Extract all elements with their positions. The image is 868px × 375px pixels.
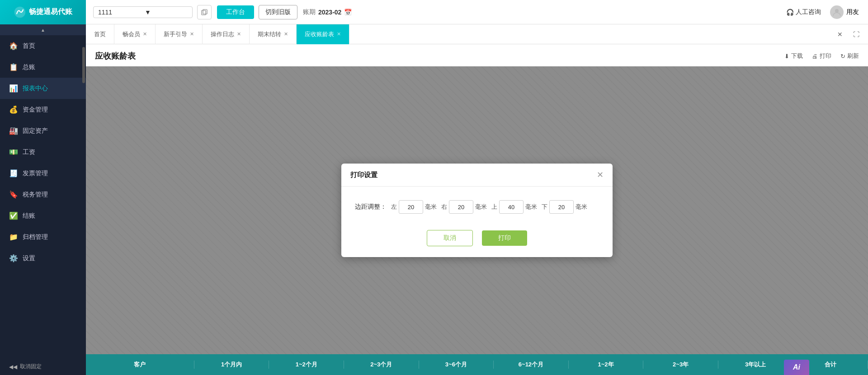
sidebar-item-archive[interactable]: 📁 归档管理 [0,226,86,248]
refresh-label: 刷新 [847,52,859,60]
tab-close-guide[interactable]: ✕ [190,31,194,37]
left-margin-unit: 毫米 [425,203,437,211]
switch-old-version-button[interactable]: 切到旧版 [259,5,297,19]
tab-maximize-button[interactable]: ⛶ [850,28,863,41]
tab-guide[interactable]: 新手引导 ✕ [156,24,203,44]
print-button[interactable]: 🖨 打印 [812,52,831,60]
refresh-icon: ↻ [840,53,845,60]
refresh-button[interactable]: ↻ 刷新 [840,52,859,60]
tab-close-member[interactable]: ✕ [143,31,147,37]
left-margin-input[interactable] [399,200,423,214]
tab-close-all-button[interactable]: ✕ [834,28,846,41]
bottom-margin-label: 下 [542,203,547,211]
left-margin-group: 左 毫米 [391,200,437,214]
user-area[interactable]: 用友 [830,5,859,19]
right-margin-unit: 毫米 [475,203,487,211]
modal-close-button[interactable]: ✕ [597,170,604,180]
sidebar-scroll-up[interactable]: ▲ [0,24,86,35]
ai-badge[interactable]: Ai [784,360,809,375]
sidebar-item-assets[interactable]: 🏭 固定资产 [0,120,86,141]
sidebar-collapse-button[interactable]: ◀◀ 取消固定 [0,358,86,375]
tab-close-period[interactable]: ✕ [284,31,288,37]
sidebar-label-capital: 资金管理 [23,106,48,114]
consult-button[interactable]: 🎧 人工咨询 [786,8,821,16]
close-accounts-icon: ✅ [9,211,18,220]
sidebar-item-close[interactable]: ✅ 结账 [0,205,86,226]
print-settings-dialog: 打印设置 ✕ 边距调整： 左 毫米 [341,164,613,257]
sidebar-label-salary: 工资 [23,148,35,156]
tab-label-log: 操作日志 [211,30,234,38]
headset-icon: 🎧 [786,9,794,16]
tab-label-guide: 新手引导 [164,30,187,38]
sidebar-item-invoice[interactable]: 🧾 发票管理 [0,163,86,184]
modal-body: 边距调整： 左 毫米 右 毫米 [341,187,613,223]
chart-wrapper: 打印设置 ✕ 边距调整： 左 毫米 [86,66,868,354]
tab-home[interactable]: 首页 [86,24,114,44]
calendar-icon[interactable]: 📅 [344,9,352,16]
settings-icon: ⚙️ [9,254,18,262]
company-selector[interactable]: 1111 ▼ [93,6,193,18]
bottom-margin-unit: 毫米 [576,203,587,211]
tab-close-log[interactable]: ✕ [237,31,241,37]
sidebar-label-tax: 税务管理 [23,191,48,199]
tab-member[interactable]: 畅会员 ✕ [114,24,156,44]
sidebar: ▲ 🏠 首页 📋 总账 📊 报表中心 💰 资金管理 🏭 固定资产 💵 工资 🧾 … [0,24,86,375]
sidebar-item-salary[interactable]: 💵 工资 [0,141,86,163]
tax-icon: 🔖 [9,190,18,199]
print-label: 打印 [820,52,831,60]
tab-log[interactable]: 操作日志 ✕ [203,24,250,44]
sidebar-item-settings[interactable]: ⚙️ 设置 [0,248,86,269]
sidebar-label-ledger: 总账 [23,63,35,71]
header-right: 🎧 人工咨询 用友 [786,5,868,19]
table-col-2-3year: 2~3年 [643,361,718,369]
sidebar-label-settings: 设置 [23,254,35,262]
company-dropdown-icon: ▼ [145,9,188,16]
consult-label: 人工咨询 [796,8,821,16]
tab-aging[interactable]: 应收账龄表 ✕ [297,24,349,44]
tab-label-period: 期末结转 [258,30,281,38]
home-icon: 🏠 [9,42,18,50]
salary-icon: 💵 [9,148,18,156]
top-margin-unit: 毫米 [525,203,537,211]
download-button[interactable]: ⬇ 下载 [784,52,803,60]
sidebar-label-home: 首页 [23,42,35,50]
collapse-label: 取消固定 [20,363,42,370]
tab-label-member: 畅会员 [123,30,140,38]
sidebar-label-invoice: 发票管理 [23,169,48,178]
sidebar-scrollbar[interactable] [82,47,85,83]
period-value: 2023-02 [318,9,341,16]
logo-area: 畅捷通易代账 [0,0,86,24]
margin-label: 边距调整： [355,203,387,211]
table-col-2-3month: 2~3个月 [344,361,419,369]
tab-period-close[interactable]: 期末结转 ✕ [250,24,297,44]
tab-actions: ✕ ⛶ [834,28,868,41]
copy-icon [201,9,208,16]
print-confirm-button[interactable]: 打印 [482,230,527,246]
sidebar-item-capital[interactable]: 💰 资金管理 [0,99,86,120]
sidebar-item-tax[interactable]: 🔖 税务管理 [0,184,86,205]
sidebar-label-reports: 报表中心 [23,84,48,93]
invoice-icon: 🧾 [9,169,18,178]
sidebar-label-assets: 固定资产 [23,127,48,135]
copy-button[interactable] [197,5,212,19]
sidebar-item-home[interactable]: 🏠 首页 [0,35,86,56]
table-col-1month: 1个月内 [194,361,269,369]
left-margin-label: 左 [391,203,397,211]
table-col-6-12month: 6~12个月 [494,361,569,369]
cancel-button[interactable]: 取消 [427,230,473,246]
sidebar-label-close: 结账 [23,212,35,220]
right-margin-input[interactable] [449,200,473,214]
bottom-margin-input[interactable] [549,200,574,214]
modal-title: 打印设置 [350,171,377,179]
avatar [830,5,844,19]
top-margin-input[interactable] [499,200,524,214]
tab-close-aging[interactable]: ✕ [337,31,341,37]
archive-icon: 📁 [9,233,18,241]
main-layout: ▲ 🏠 首页 📋 总账 📊 报表中心 💰 资金管理 🏭 固定资产 💵 工资 🧾 … [0,24,868,375]
workbench-button[interactable]: 工作台 [217,5,254,19]
content-area: 首页 畅会员 ✕ 新手引导 ✕ 操作日志 ✕ 期末结转 ✕ 应收账龄表 ✕ [86,24,868,375]
top-margin-group: 上 毫米 [491,200,537,214]
table-col-1-2month: 1~2个月 [269,361,344,369]
sidebar-item-ledger[interactable]: 📋 总账 [0,56,86,78]
sidebar-item-reports[interactable]: 📊 报表中心 [0,78,86,99]
